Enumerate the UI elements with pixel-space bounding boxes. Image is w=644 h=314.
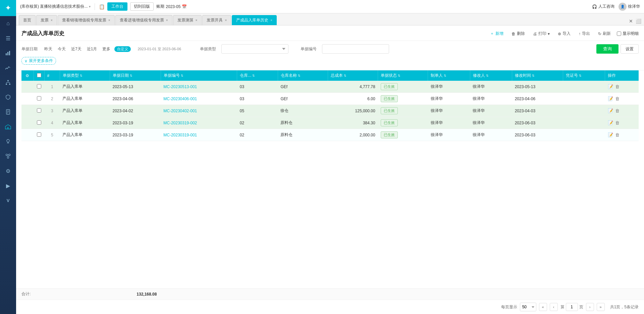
import-button[interactable]: ⊕ 导入 <box>556 29 573 38</box>
export-button[interactable]: ↑ 导出 <box>577 29 592 38</box>
sidebar-item-journal[interactable]: ☰ <box>0 31 16 46</box>
edit-icon[interactable]: 📝 <box>608 84 613 89</box>
custom-date-tag[interactable]: 自定义 <box>114 46 131 52</box>
row-delete-icon[interactable]: 🗑 <box>615 108 620 113</box>
company-selector[interactable]: (库存核算) 直播轻挑通信息技术股份... ▾ <box>20 4 91 9</box>
calendar-icon[interactable]: 📅 <box>182 4 187 9</box>
th-type[interactable]: 单据类型⇅ <box>60 70 110 81</box>
new-button[interactable]: ＋ 新增 <box>488 29 505 38</box>
shortcut-1month[interactable]: 近1月 <box>86 46 99 53</box>
tab-invoice-open-close[interactable]: × <box>225 18 227 22</box>
th-modify-time[interactable]: 修改时间⇅ <box>512 70 563 81</box>
sidebar-item-analytics[interactable] <box>0 60 16 75</box>
number-link[interactable]: MC-20230402-001 <box>163 109 197 113</box>
sidebar-item-settings[interactable]: ⚙ <box>0 164 16 178</box>
number-link[interactable]: MC-20230513-001 <box>163 84 197 89</box>
switch-version-button[interactable]: 切到旧版 <box>130 2 154 11</box>
tab-check-sales-close[interactable]: × <box>108 18 110 22</box>
sidebar-item-integration[interactable] <box>0 149 16 164</box>
edit-icon[interactable]: 📝 <box>608 96 613 101</box>
number-filter-input[interactable] <box>322 44 389 54</box>
sidebar-item-version[interactable]: V <box>0 193 16 208</box>
row-checkbox[interactable] <box>37 120 41 125</box>
tab-invoice-calc[interactable]: 发票测算 × <box>173 15 202 25</box>
sidebar-item-docs[interactable] <box>0 105 16 119</box>
edit-icon[interactable]: 📝 <box>608 108 613 113</box>
row-delete-icon[interactable]: 🗑 <box>615 84 620 89</box>
sidebar-item-org[interactable] <box>0 75 16 90</box>
user-menu[interactable]: 👤 徐泽华 <box>619 3 640 11</box>
row-checkbox[interactable] <box>37 132 41 137</box>
cell-date: 2023-03-19 <box>110 117 161 129</box>
row-checkbox[interactable] <box>37 96 41 101</box>
workbench-button[interactable]: 工作台 <box>107 2 127 11</box>
set-button[interactable]: 设置 <box>621 44 639 54</box>
tab-check-sales[interactable]: 查看销项增值税专用发票 × <box>58 15 115 25</box>
row-checkbox[interactable] <box>37 84 41 88</box>
edit-icon[interactable]: 📝 <box>608 120 613 125</box>
sidebar-item-chart[interactable] <box>0 46 16 60</box>
th-status[interactable]: 单据状态⇅ <box>378 70 428 81</box>
query-button[interactable]: 查询 <box>596 44 619 54</box>
th-gear[interactable]: ⚙ <box>21 70 34 81</box>
row-checkbox[interactable] <box>37 108 41 113</box>
show-detail-checkbox[interactable] <box>617 32 621 36</box>
sidebar-item-stamp[interactable] <box>0 134 16 149</box>
sidebar-item-home[interactable]: ⌂ <box>0 16 16 31</box>
shortcut-7days[interactable]: 近7天 <box>70 46 83 53</box>
tab-check-purchase-close[interactable]: × <box>166 18 168 22</box>
doc-icon[interactable]: 📋 <box>99 4 105 9</box>
number-link[interactable]: MC-20230319-001 <box>163 133 197 137</box>
delete-button[interactable]: 🗑 删除 <box>509 29 527 38</box>
last-page-button[interactable]: » <box>597 303 605 311</box>
svg-rect-0 <box>6 53 7 55</box>
shortcut-today[interactable]: 今天 <box>56 46 67 53</box>
th-creator[interactable]: 制单人⇅ <box>428 70 470 81</box>
close-all-tabs-icon[interactable]: ✕ <box>629 18 633 24</box>
expand-conditions-button[interactable]: ∨ 展开更多条件 <box>21 57 56 65</box>
tab-invoice[interactable]: 发票 × <box>36 15 57 25</box>
th-warehouse-name[interactable]: 仓库名称⇅ <box>278 70 328 81</box>
tab-product-warehouse-close[interactable]: × <box>270 18 272 22</box>
page-number-input[interactable] <box>566 303 578 311</box>
tab-invoice-calc-close[interactable]: × <box>196 18 198 22</box>
row-delete-icon[interactable]: 🗑 <box>615 120 620 125</box>
per-page-select[interactable]: 50 10 20 100 <box>520 303 536 311</box>
tab-check-purchase[interactable]: 查看进项增值税专用发票 × <box>115 15 172 25</box>
number-link[interactable]: MC-20230406-001 <box>163 97 197 101</box>
th-warehouse-code[interactable]: 仓库...⇅ <box>237 70 278 81</box>
shortcut-yesterday[interactable]: 昨天 <box>43 46 54 53</box>
edit-icon[interactable]: 📝 <box>608 132 613 137</box>
sidebar-item-warehouse[interactable] <box>0 119 16 134</box>
select-all-checkbox[interactable] <box>37 73 41 77</box>
th-date[interactable]: 单据日期⇅ <box>110 70 161 81</box>
next-page-button[interactable]: › <box>586 303 594 311</box>
sidebar-item-media[interactable]: ▶ <box>0 178 16 193</box>
refresh-button[interactable]: ↻ 刷新 <box>596 29 613 38</box>
th-modifier[interactable]: 修改人⇅ <box>470 70 512 81</box>
tab-home[interactable]: 首页 <box>19 15 36 25</box>
first-page-button[interactable]: « <box>539 303 547 311</box>
support-link[interactable]: 🎧 人工咨询 <box>592 4 614 9</box>
type-filter-select[interactable] <box>221 44 288 54</box>
th-total-cost[interactable]: 总成本⇅ <box>328 70 378 81</box>
svg-rect-4 <box>6 84 7 85</box>
print-button[interactable]: 🖨 打印 ▾ <box>531 29 552 38</box>
tab-invoice-close[interactable]: × <box>51 18 53 22</box>
th-number[interactable]: 单据编号⇅ <box>161 70 237 81</box>
th-voucher[interactable]: 凭证号⇅ <box>563 70 605 81</box>
prev-page-button[interactable]: ‹ <box>550 303 558 311</box>
cell-total-cost: 2,000.00 <box>328 129 378 141</box>
row-delete-icon[interactable]: 🗑 <box>615 132 620 137</box>
cell-modifier: 徐泽华 <box>470 81 512 93</box>
export-label: 导出 <box>582 31 590 37</box>
svg-point-19 <box>9 154 10 156</box>
maximize-icon[interactable]: ⬜ <box>636 18 641 24</box>
number-link[interactable]: MC-20230319-002 <box>163 121 197 125</box>
shortcut-more[interactable]: 更多 <box>101 46 112 53</box>
sidebar-item-security[interactable] <box>0 90 16 105</box>
main-area: (库存核算) 直播轻挑通信息技术股份... ▾ 📋 工作台 切到旧版 账期 20… <box>16 0 644 314</box>
tab-invoice-open[interactable]: 发票开具 × <box>202 15 231 25</box>
tab-product-warehouse[interactable]: 产成品入库单历史 × <box>232 15 277 25</box>
row-delete-icon[interactable]: 🗑 <box>615 96 620 101</box>
